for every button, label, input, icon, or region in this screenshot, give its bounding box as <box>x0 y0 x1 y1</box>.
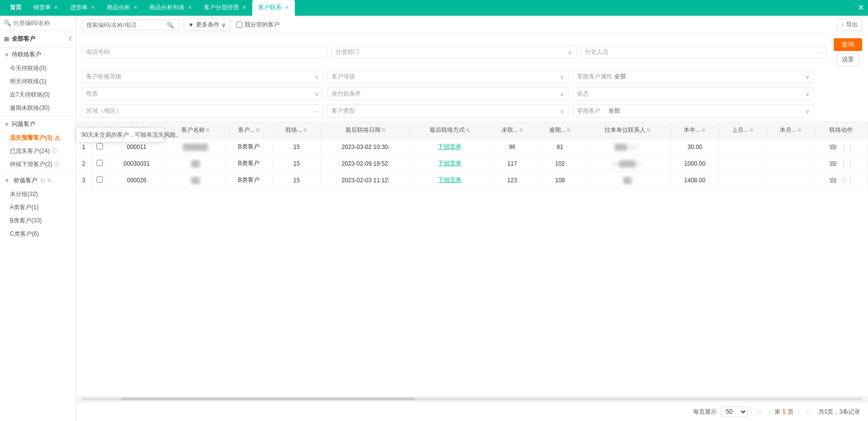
sort-icon-year: ⇅ <box>701 127 705 133</box>
next-page-btn[interactable]: ⟩ <box>796 407 802 417</box>
filter-price-level-arrow[interactable]: ∨ <box>314 74 319 80</box>
scrollbar-track[interactable] <box>82 397 862 400</box>
sidebar-item-7days[interactable]: 近7天待联络(0) <box>0 88 75 101</box>
sidebar-group-pending-header[interactable]: ▼ 待联络客户 <box>0 48 75 62</box>
sidebar-item-b-class[interactable]: B类客户(33) <box>0 214 75 227</box>
sidebar-item-churn-warning[interactable]: 流失预警客户(3) ⚠ <box>0 131 75 145</box>
row3-checkbox-input[interactable] <box>96 176 103 183</box>
filter-retail-attr-arrow[interactable]: ∨ <box>805 74 810 80</box>
sort-icon-tmonth: ⇅ <box>797 127 801 133</box>
info-icon: ⓘ <box>51 148 57 155</box>
sidebar-item-a-class[interactable]: A类客户(1) <box>0 201 75 214</box>
more-conditions-label: 更多条件 <box>196 21 219 29</box>
search-btn[interactable]: 🔍 <box>167 22 174 28</box>
sidebar-item-tomorrow[interactable]: 明天待联络(1) <box>0 75 75 88</box>
row1-method[interactable]: 下销货单 <box>410 139 488 155</box>
close-all-btn[interactable]: ✕ <box>858 3 864 12</box>
col-this-month[interactable]: 本月...⇅ <box>767 122 815 139</box>
col-overdue[interactable]: 逾期...⇅ <box>536 122 584 139</box>
my-customer-checkbox[interactable] <box>236 22 242 28</box>
export-btn[interactable]: ↑ 导出 <box>837 19 862 31</box>
col-uncontact[interactable]: 未联...⇅ <box>488 122 536 139</box>
col-this-year[interactable]: 本年...⇅ <box>671 122 719 139</box>
tab-sales[interactable]: 销货单 ✕ <box>27 0 64 16</box>
row2-contact-icon[interactable]: ☎ <box>829 160 837 168</box>
tab-analysis-list[interactable]: 商品分析列表 ✕ <box>144 0 198 16</box>
first-page-btn[interactable]: ⟨⟨ <box>755 407 764 417</box>
filter-retail-arrow[interactable]: ∨ <box>805 108 810 115</box>
content-area: 🔍 ▼ 更多条件 ∨ 我分管的客户 ↑ 导出 电话号码 <box>76 16 868 421</box>
col-contact-person[interactable]: 往来单位联系人⇅ <box>584 122 671 139</box>
row2-method[interactable]: 下销货单 <box>410 155 488 172</box>
row2-checkbox-input[interactable] <box>96 160 103 166</box>
filter-row-2: 客户价格等级 ∨ 客户等级 ∨ 零散客户属性 全部 ∨ <box>82 70 862 83</box>
sort-icon-contact: ⇅ <box>303 127 307 133</box>
col-last-method[interactable]: 最后联络方式⇅ <box>410 122 488 139</box>
page-size-select[interactable]: 50 100 200 <box>721 406 747 417</box>
sidebar-search-input[interactable] <box>13 20 76 26</box>
row1-checkbox-input[interactable] <box>96 143 103 149</box>
sort-icon-type: ⇅ <box>256 127 260 133</box>
row3-more-icon[interactable]: ⋮⋮ <box>840 176 854 184</box>
sidebar-item-today-label: 今天待联络(0) <box>10 64 47 73</box>
refresh-icon[interactable]: ↻ <box>40 177 45 184</box>
search-input[interactable] <box>86 22 165 28</box>
tab-analysis-list-close[interactable]: ✕ <box>188 4 192 11</box>
more-conditions-btn[interactable]: ▼ 更多条件 ∨ <box>184 19 230 31</box>
settings-btn[interactable]: 设置 <box>837 53 859 66</box>
tab-customer-tier[interactable]: 客户分层经营 ✕ <box>198 0 252 16</box>
filter-payment-arrow[interactable]: ∨ <box>560 91 564 98</box>
sidebar-item-today[interactable]: 今天待联络(0) <box>0 62 75 75</box>
sidebar-group-value-header[interactable]: ▼ 价值客户 ↻ ✎ <box>0 173 75 188</box>
row1-date: 2023-03-02 10:30: <box>320 139 410 155</box>
filter-phone-input[interactable] <box>118 49 323 56</box>
sidebar-item-c-class[interactable]: C类客户(6) <box>0 227 75 241</box>
edit-icon[interactable]: ✎ <box>47 177 52 184</box>
row2-checkbox[interactable] <box>92 155 107 172</box>
filter-nature-arrow[interactable]: ∨ <box>314 91 319 98</box>
row1-more-icon[interactable]: ⋮⋮ <box>840 143 854 151</box>
row2-more-icon[interactable]: ⋮⋮ <box>840 160 854 168</box>
query-btn[interactable]: 查询 <box>834 38 862 51</box>
horizontal-scrollbar[interactable] <box>76 396 868 402</box>
sidebar-item-overdue[interactable]: 逾期未联络(30) <box>0 101 75 115</box>
tab-customer-contact[interactable]: 客户联系 ✕ <box>252 0 295 16</box>
scrollbar-thumb[interactable] <box>121 397 415 400</box>
tab-customer-contact-close[interactable]: ✕ <box>285 4 289 11</box>
tab-customer-tier-close[interactable]: ✕ <box>242 4 246 11</box>
last-page-btn[interactable]: ⟩⟩ <box>804 407 813 417</box>
tab-analysis[interactable]: 商品分析 ✕ <box>101 0 144 16</box>
tab-purchase-close[interactable]: ✕ <box>91 4 95 11</box>
tab-analysis-label: 商品分析 <box>107 3 130 12</box>
col-type[interactable]: 客户...⇅ <box>225 122 273 139</box>
tab-sales-close[interactable]: ✕ <box>54 4 58 11</box>
row3-checkbox[interactable] <box>92 172 107 189</box>
filter-manager-dots[interactable]: ··· <box>817 49 821 56</box>
row3-method[interactable]: 下销货单 <box>410 172 488 189</box>
filter-nature-label: 性质 <box>86 90 116 98</box>
row2-year: 1000.00 <box>671 155 719 172</box>
arrow-down-icon-3: ▼ <box>4 177 10 184</box>
row2-tmonth <box>767 155 815 172</box>
sidebar-item-ungroup[interactable]: 未分组(32) <box>0 188 75 201</box>
col-last-month[interactable]: 上月...⇅ <box>719 122 767 139</box>
tab-home[interactable]: 首页 <box>4 0 27 16</box>
col-last-date[interactable]: 最后联络日期⇅ <box>320 122 410 139</box>
filter-customer-level-arrow[interactable]: ∨ <box>560 74 564 80</box>
filter-customer-type-arrow[interactable]: ∨ <box>560 108 564 115</box>
col-contact[interactable]: 联络...⇅ <box>273 122 321 139</box>
tab-analysis-close[interactable]: ✕ <box>133 4 138 11</box>
sidebar-item-churned[interactable]: 已流失客户(24) ⓘ <box>0 145 75 158</box>
my-customer-checkbox-wrap[interactable]: 我分管的客户 <box>236 21 280 29</box>
filter-dept-arrow[interactable]: ∨ <box>568 49 572 56</box>
prev-page-btn[interactable]: ⟨ <box>766 407 772 417</box>
sidebar-group-problem-header[interactable]: ▼ 问题客户 <box>0 117 75 131</box>
filter-manager-label: 分管人员 <box>585 48 614 56</box>
filter-status-arrow[interactable]: ∨ <box>805 91 810 98</box>
filter-region-dots[interactable]: ··· <box>314 108 319 115</box>
all-customers-header[interactable]: ⊞ 全部客户 《 <box>0 31 75 48</box>
row1-contact-icon[interactable]: ☎ <box>829 143 837 151</box>
sidebar-item-declining[interactable]: 持续下滑客户(2) ⓘ <box>0 158 75 171</box>
tab-purchase[interactable]: 进货单 ✕ <box>64 0 101 16</box>
row3-contact-icon[interactable]: ☎ <box>829 176 837 184</box>
